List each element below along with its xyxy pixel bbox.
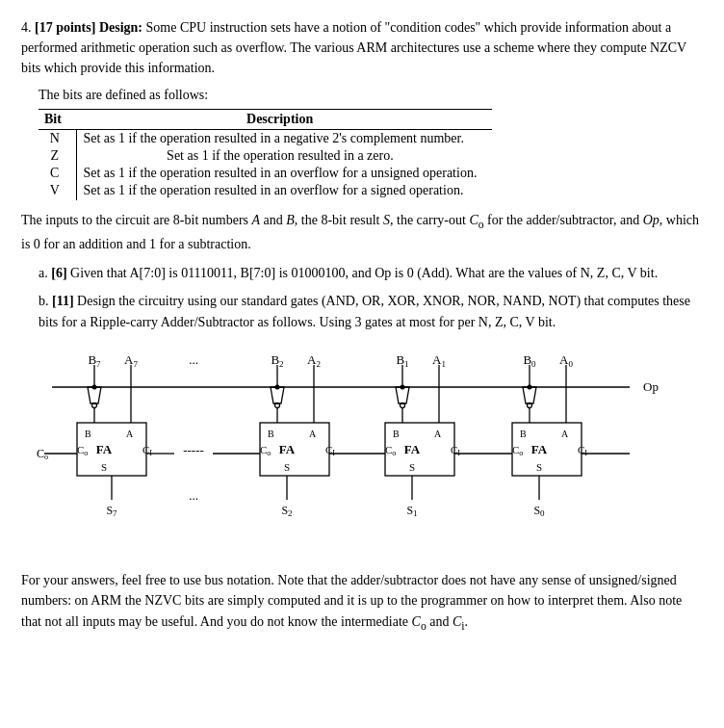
fa-a-label-2: A — [309, 429, 317, 439]
fa-ci-label-0: CI — [578, 444, 587, 457]
fa-ci-label-1: CI — [451, 444, 460, 457]
desc-z: Set as 1 if the operation resulted in a … — [77, 147, 493, 165]
col2-header: Description — [77, 110, 493, 130]
table-row: C Set as 1 if the operation resulted in … — [39, 165, 492, 182]
fa-ci-label-7: CI — [142, 444, 152, 457]
sub-b-label: b. — [39, 294, 52, 308]
sub-a-label: a. — [39, 266, 51, 280]
bit-n: N — [39, 130, 77, 148]
fa-b-label-1: B — [393, 429, 400, 439]
bit-z: Z — [39, 147, 77, 165]
dots-middle-bottom: ... — [189, 488, 198, 503]
fa-co-label-1: Co — [385, 444, 396, 457]
xor-gate-b2 — [271, 387, 284, 403]
fa-co-label-0: Co — [512, 444, 523, 457]
junction-dot-b0 — [528, 384, 532, 389]
fa-dots-middle: ----- — [183, 443, 204, 457]
sub-question-b: b. [11] Design the circuitry using our s… — [39, 291, 703, 332]
s2-label: S2 — [281, 504, 292, 518]
bit-c: C — [39, 165, 77, 182]
bits-table: Bit Description N Set as 1 if the operat… — [39, 109, 492, 200]
fa-b-label-2: B — [268, 429, 274, 439]
s7-label: S7 — [106, 504, 117, 518]
xor-gate-b7 — [88, 387, 101, 403]
fa-b-label-0: B — [520, 429, 527, 439]
bits-defined-label: The bits are defined as follows: — [39, 88, 703, 103]
fa-a-label-0: A — [561, 429, 569, 439]
circuit-svg: B7 A7 ... B2 A2 B1 A1 B0 A0 Op B — [35, 351, 689, 553]
table-row: N Set as 1 if the operation resulted in … — [39, 130, 492, 148]
fa-s-label-0: S — [536, 461, 542, 473]
fa-label-0: FA — [531, 442, 548, 456]
design-label: Design: — [99, 20, 142, 35]
fa-s-label-1: S — [409, 461, 415, 473]
sub-question-a: a. [6] Given that A[7:0] is 01110011, B[… — [39, 263, 703, 284]
fa-ci-label-2: CI — [325, 444, 335, 457]
label-op: Op — [643, 379, 659, 394]
fa-a-label-7: A — [126, 429, 134, 439]
table-row: Z Set as 1 if the operation resulted in … — [39, 147, 492, 165]
fa-s-label-7: S — [101, 461, 107, 473]
question-number: 4. — [21, 20, 32, 35]
question-container: 4. [17 points] Design: Some CPU instruct… — [21, 17, 703, 636]
fa-b-label-7: B — [85, 429, 91, 439]
col1-header: Bit — [39, 110, 77, 130]
junction-dot-b1 — [401, 384, 405, 389]
table-row: V Set as 1 if the operation resulted in … — [39, 182, 492, 200]
bit-v: V — [39, 182, 77, 200]
desc-v: Set as 1 if the operation resulted in an… — [77, 182, 493, 200]
co-label: Co — [37, 447, 48, 461]
circuit-diagram: B7 A7 ... B2 A2 B1 A1 B0 A0 Op B — [35, 351, 689, 553]
xor-gate-b0 — [523, 387, 536, 403]
bits-section: The bits are defined as follows: Bit Des… — [21, 88, 703, 200]
fa-label-2: FA — [279, 442, 296, 456]
desc-c: Set as 1 if the operation resulted in an… — [77, 165, 493, 182]
junction-dot-b2 — [275, 384, 280, 389]
fa-s-label-2: S — [284, 461, 290, 473]
xor-gate-b1 — [396, 387, 409, 403]
s1-label: S1 — [406, 504, 417, 518]
fa-label-7: FA — [96, 442, 113, 456]
inputs-line: The inputs to the circuit are 8-bit numb… — [21, 210, 703, 255]
footer-text: For your answers, feel free to use bus n… — [21, 570, 703, 636]
sub-a-points: [6] — [51, 266, 66, 280]
fa-label-1: FA — [404, 442, 421, 456]
label-dots-top: ... — [189, 352, 198, 367]
desc-n: Set as 1 if the operation resulted in a … — [77, 130, 493, 148]
junction-dot-b7 — [92, 384, 97, 389]
sub-b-points: [11] — [52, 294, 74, 308]
s0-label: S0 — [533, 504, 545, 518]
fa-a-label-1: A — [434, 429, 442, 439]
fa-co-label-2: Co — [260, 444, 271, 457]
question-header: 4. [17 points] Design: Some CPU instruct… — [21, 17, 703, 78]
fa-co-label-7: Co — [77, 444, 88, 457]
points-label: [17 points] — [35, 20, 95, 35]
